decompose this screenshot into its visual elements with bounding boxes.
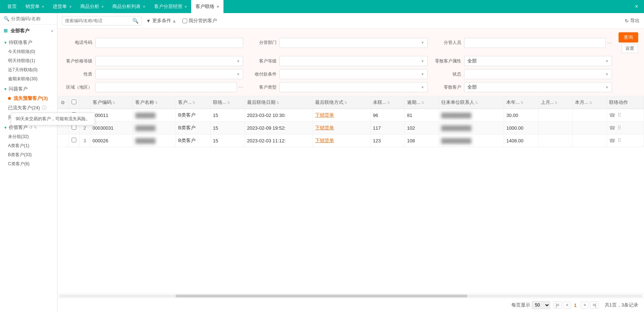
tab-product-analysis-list[interactable]: 商品分析列表 × [108, 0, 149, 13]
filter-payment-select[interactable]: ▼ [279, 69, 427, 79]
tab-customer-contact[interactable]: 客户联络 × [191, 0, 223, 13]
sort-uncontacted-icon[interactable]: ⇅ [387, 101, 390, 105]
sort-last-month-icon[interactable]: ⇅ [555, 101, 558, 105]
sidebar-group-pending-contact[interactable]: ▼ 待联络客户 [0, 37, 57, 47]
action-more-icon-0[interactable]: ⠿ [617, 112, 621, 118]
col-header-level[interactable]: 客户... ⇅ [176, 96, 210, 109]
sidebar-search-box[interactable]: 🔍 [0, 13, 57, 25]
row-last-contact-method-1[interactable]: 下销货单 [313, 122, 371, 134]
filter-phone-input[interactable] [95, 38, 243, 48]
row-method-link-0[interactable]: 下销货单 [315, 112, 334, 118]
sidebar-item-class-a[interactable]: A类客户(1) [0, 141, 57, 150]
col-header-last-month[interactable]: 上月... ⇅ [538, 96, 572, 109]
sort-contact-icon[interactable]: ⇅ [227, 101, 230, 105]
action-contact-icon-1[interactable]: ☎ [609, 125, 615, 131]
filter-customer-type-select[interactable]: ▼ [279, 82, 427, 92]
filter-zero-attr-select[interactable]: 全部 ▼ [464, 56, 612, 66]
col-header-unit-contact[interactable]: 往来单位联系人 ⇅ [439, 96, 504, 109]
col-header-this-year[interactable]: 本年... ⇅ [504, 96, 538, 109]
row-check-2[interactable] [72, 138, 76, 142]
sort-method-icon[interactable]: ⇅ [344, 101, 347, 105]
filter-manager-select[interactable] [464, 38, 606, 48]
my-customers-checkbox[interactable]: 我分管的客户 [182, 17, 217, 24]
filter-region-dots[interactable]: ··· [238, 84, 243, 90]
tab-purchase[interactable]: 进货单 × [48, 0, 76, 13]
action-more-icon-2[interactable]: ⠿ [617, 138, 621, 143]
sidebar-item-churn-risk[interactable]: 流失预警客户(3) [0, 94, 57, 103]
sort-name-icon[interactable]: ⇅ [155, 101, 158, 105]
next-page-button[interactable]: > [581, 301, 588, 309]
per-page-select[interactable]: 50 10 20 100 [532, 301, 550, 309]
col-header-overdue[interactable]: 逾期... ⇅ [405, 96, 439, 109]
col-header-last-contact-method[interactable]: 最后联络方式 ⇅ [313, 96, 371, 109]
row-last-contact-method-2[interactable]: 下销货单 [313, 134, 371, 147]
tab-product-analysis[interactable]: 商品分析 × [76, 0, 108, 13]
row-last-contact-method-0[interactable]: 下销货单 [313, 109, 371, 122]
sidebar-item-today[interactable]: 今天待联络(0) [0, 47, 57, 56]
sidebar-item-unsorted[interactable]: 未分组(32) [0, 132, 57, 141]
sidebar-item-already-lost[interactable]: 已流失客户(24) ⓘ [0, 103, 57, 113]
select-all-checkbox[interactable] [72, 100, 76, 104]
close-tab-product-analysis-list[interactable]: × [143, 4, 145, 9]
col-header-settings[interactable]: ⚙ [57, 96, 68, 109]
settings-button[interactable]: 设置 [621, 44, 638, 53]
more-conditions-btn[interactable]: ▼ 更多条件 ▲ [146, 17, 177, 24]
first-page-button[interactable]: |< [553, 301, 562, 309]
sidebar-search-input[interactable] [11, 16, 53, 21]
sort-this-month-icon[interactable]: ⇅ [589, 101, 592, 105]
main-search-icon[interactable]: 🔍 [132, 18, 138, 24]
filter-status-select[interactable]: ▼ [464, 69, 612, 79]
filter-zero-customer-select[interactable]: 全部 ▼ [464, 82, 612, 92]
sidebar-item-class-b[interactable]: B类客户(33) [0, 150, 57, 159]
sort-level-icon[interactable]: ⇅ [192, 101, 195, 105]
sort-overdue-icon[interactable]: ⇅ [421, 101, 424, 105]
filter-nature-select[interactable]: ▼ [95, 69, 243, 79]
filter-manager-dots[interactable]: ··· [607, 40, 612, 46]
filter-region-input[interactable] [95, 82, 237, 92]
search-box[interactable]: 🔍 [62, 16, 142, 25]
scrollbar-thumb[interactable] [176, 295, 467, 297]
close-tab-customer-contact[interactable]: × [217, 4, 219, 9]
tab-customer-segment[interactable]: 客户分层经营 × [150, 0, 191, 13]
sort-unit-contact-icon[interactable]: ⇅ [475, 101, 478, 105]
value-customers-edit[interactable]: ✎ [34, 125, 37, 130]
close-tab-product-analysis[interactable]: × [101, 4, 104, 9]
close-tab-purchase[interactable]: × [69, 4, 71, 9]
sort-last-date-icon[interactable]: ⇅ [276, 101, 279, 105]
row-method-link-1[interactable]: 下销货单 [315, 125, 334, 130]
horizontal-scrollbar[interactable] [57, 293, 644, 298]
action-more-icon-1[interactable]: ⠿ [617, 125, 621, 131]
sort-code-icon[interactable]: ⇅ [112, 101, 115, 105]
sort-this-year-icon[interactable]: ⇅ [520, 101, 523, 105]
window-close-button[interactable]: × [632, 3, 641, 10]
last-page-button[interactable]: >| [590, 301, 599, 309]
close-tab-sales[interactable]: × [42, 4, 44, 9]
filter-dept-select[interactable]: ▼ [279, 38, 427, 48]
sidebar-all-customers[interactable]: ⊞ 全部客户 « [0, 25, 57, 37]
action-contact-icon-0[interactable]: ☎ [609, 112, 615, 118]
col-header-this-month[interactable]: 本月... ⇅ [572, 96, 607, 109]
action-contact-icon-2[interactable]: ☎ [609, 138, 615, 143]
value-customers-refresh[interactable]: ↺ [29, 125, 32, 130]
row-settings-2[interactable] [57, 134, 68, 147]
col-header-contact[interactable]: 联络... ⇅ [210, 96, 245, 109]
row-method-link-2[interactable]: 下销货单 [315, 138, 334, 143]
filter-price-level-select[interactable]: ▼ [95, 56, 243, 66]
main-search-input[interactable] [65, 18, 131, 23]
col-header-uncontacted[interactable]: 未联... ⇅ [370, 96, 404, 109]
prev-page-button[interactable]: < [563, 301, 571, 309]
filter-customer-level-select[interactable]: ▼ [279, 56, 427, 66]
my-customers-check[interactable] [182, 19, 187, 23]
row-check-1[interactable] [72, 125, 76, 130]
row-checkbox-2[interactable] [68, 134, 79, 147]
tab-home[interactable]: 首页 [3, 0, 21, 13]
close-tab-customer-segment[interactable]: × [185, 4, 187, 9]
query-button[interactable]: 查询 [619, 32, 638, 42]
export-button[interactable]: ↻ 导出 [625, 17, 640, 24]
sidebar-group-problem-customers[interactable]: ▼ 问题客户 [0, 84, 57, 94]
sidebar-item-tomorrow[interactable]: 明天待联络(1) [0, 56, 57, 65]
sidebar-item-overdue[interactable]: 逾期未联络(30) [0, 74, 57, 84]
col-header-code[interactable]: 客户编码 ⇅ [90, 96, 133, 109]
sidebar-item-class-c[interactable]: C类客户(6) [0, 159, 57, 169]
col-header-last-contact-date[interactable]: 最后联络日期 ⇅ [245, 96, 313, 109]
